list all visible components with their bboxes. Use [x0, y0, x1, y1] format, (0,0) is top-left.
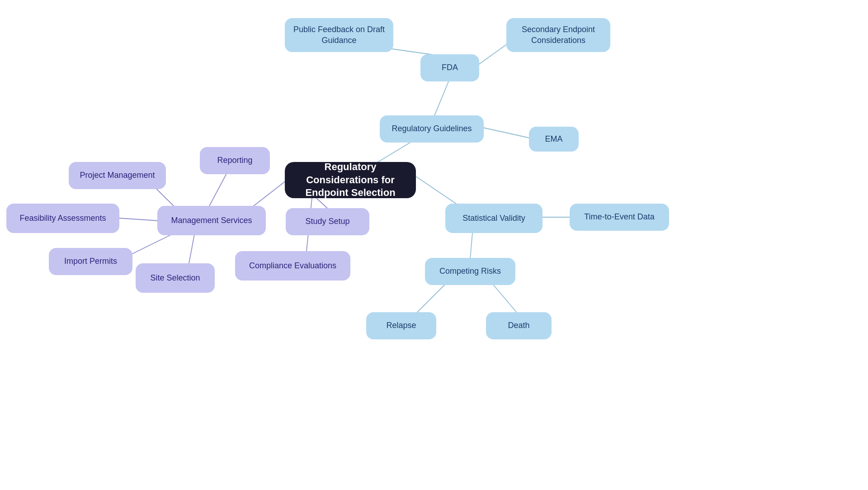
reporting-node: Reporting — [200, 147, 270, 174]
compliance-evaluations-node: Compliance Evaluations — [235, 251, 350, 281]
center-node: Regulatory Considerations for Endpoint S… — [285, 162, 416, 198]
svg-line-13 — [118, 218, 159, 221]
public-feedback-node: Public Feedback on Draft Guidance — [285, 18, 393, 52]
svg-line-3 — [478, 43, 509, 65]
svg-line-11 — [209, 173, 227, 207]
svg-line-8 — [416, 284, 445, 314]
ema-node: EMA — [529, 127, 579, 152]
svg-line-4 — [483, 128, 530, 138]
management-services-node: Management Services — [157, 206, 266, 235]
time-to-event-node: Time-to-Event Data — [570, 204, 669, 231]
death-node: Death — [486, 312, 552, 339]
svg-line-15 — [189, 234, 194, 263]
fda-node: FDA — [420, 54, 479, 81]
svg-line-7 — [470, 233, 472, 259]
relapse-node: Relapse — [366, 312, 436, 339]
svg-line-1 — [434, 81, 449, 117]
project-management-node: Project Management — [69, 162, 166, 189]
secondary-endpoint-node: Secondary Endpoint Considerations — [506, 18, 610, 52]
site-selection-node: Site Selection — [136, 263, 215, 293]
svg-line-16 — [316, 198, 328, 209]
statistical-validity-node: Statistical Validity — [445, 204, 542, 233]
regulatory-guidelines-node: Regulatory Guidelines — [380, 115, 484, 143]
feasibility-assessments-node: Feasibility Assessments — [6, 204, 119, 233]
competing-risks-node: Competing Risks — [425, 258, 515, 285]
study-setup-node: Study Setup — [286, 208, 369, 235]
svg-line-9 — [493, 284, 518, 314]
import-permits-node: Import Permits — [49, 248, 132, 275]
